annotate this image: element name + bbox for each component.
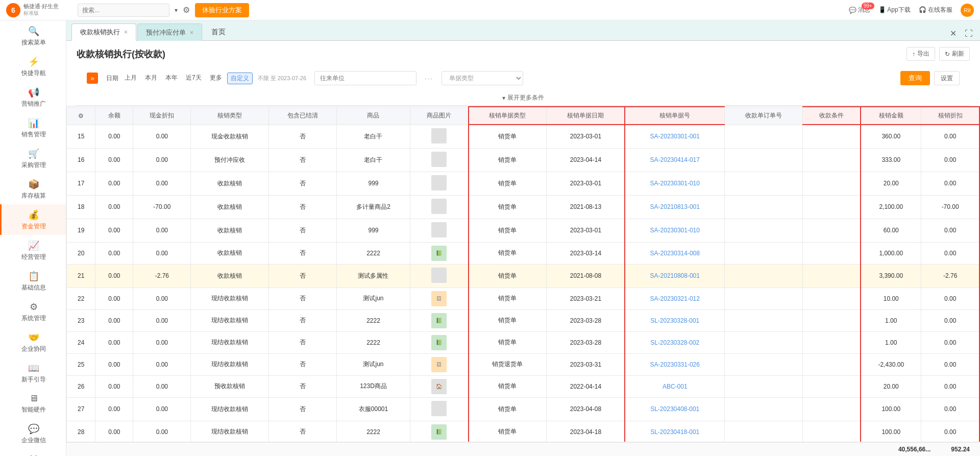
message-icon[interactable]: 💬 消息 99+ [849, 6, 870, 14]
cell-doc_verify_no[interactable]: SA-20230331-026 [625, 353, 724, 375]
cell-verify_discount: 0.00 [921, 148, 979, 172]
app-download[interactable]: 📱 App下载 [878, 6, 911, 14]
doc-no-link[interactable]: SA-20230314-008 [650, 250, 700, 257]
product-image: 🏠 [431, 379, 447, 394]
doc-type-select[interactable]: 单据类型 [442, 71, 523, 85]
industry-btn[interactable]: 休验行业方案 [195, 3, 249, 17]
close-window-btn[interactable]: ✕ [948, 27, 959, 40]
tab-label: 收款核销执行 [80, 28, 120, 37]
table-row: 150.000.00现金收款核销否老白干销货单2023-03-01SA-2023… [67, 125, 980, 148]
sidebar-item-资金管理[interactable]: 💰 资金管理 [0, 204, 66, 235]
online-service[interactable]: 🎧 在线客服 [919, 6, 952, 14]
avatar[interactable]: Rit [961, 4, 974, 17]
sidebar-item-经营管理[interactable]: 📈 经营管理 [0, 235, 66, 266]
sidebar-item-企业协同[interactable]: 🤝 企业协同 [0, 327, 66, 357]
gear-icon[interactable]: ⚙ [183, 5, 190, 15]
cell-doc_verify_no[interactable]: SL-20230408-001 [625, 397, 724, 421]
date-opt-本年[interactable]: 本年 [162, 73, 181, 84]
sidebar-item-搜索菜单[interactable]: 🔍 搜索菜单 [0, 20, 66, 51]
cell-doc_verify_date: 2021-08-13 [547, 195, 625, 219]
maximize-btn[interactable]: ⛶ [963, 27, 975, 40]
tab-close-icon[interactable]: × [124, 29, 128, 36]
refresh-btn[interactable]: ↻ 刷新 [939, 47, 970, 61]
top-bar-center: ▾ ⚙ 休验行业方案 [78, 3, 844, 17]
cell-doc_verify_no[interactable]: SL-20230328-002 [625, 331, 724, 353]
sidebar-label: 企业微信 [21, 436, 46, 445]
cell-doc_verify_no[interactable]: SA-20230414-017 [625, 148, 724, 172]
table-row: 160.000.00预付冲应收否老白干销货单2023-04-14SA-20230… [67, 148, 980, 172]
tab-bar-right: ✕ ⛶ [948, 27, 975, 40]
cell-doc_verify_no[interactable]: SA-20210808-001 [625, 264, 724, 287]
sidebar-item-库存核算[interactable]: 📦 库存核算 [0, 174, 66, 204]
sidebar-item-快捷导航[interactable]: ⚡ 快捷导航 [0, 51, 66, 82]
tab-close-icon[interactable]: × [190, 29, 193, 36]
cell-balance: 0.00 [95, 172, 133, 195]
cell-doc_verify_no[interactable]: SA-20230301-010 [625, 172, 724, 195]
cell-verify_discount: 0.00 [921, 242, 979, 264]
tab-预付冲应付单[interactable]: 预付冲应付单× [137, 23, 202, 41]
cell-product: 999 [337, 219, 410, 242]
sidebar-item-采购管理[interactable]: 🛒 采购管理 [0, 143, 66, 174]
cell-doc_verify_date: 2023-03-01 [547, 125, 625, 148]
date-opt-上月[interactable]: 上月 [121, 73, 140, 84]
doc-no-link[interactable]: SA-20210813-001 [650, 203, 700, 210]
cell-doc_verify_no[interactable]: SL-20230418-001 [625, 421, 724, 442]
doc-no-link[interactable]: SL-20230408-001 [650, 405, 699, 413]
cell-verify_discount: 0.00 [921, 172, 979, 195]
doc-no-link[interactable]: SA-20230301-010 [650, 227, 700, 234]
cell-doc_verify_no[interactable]: SA-20230314-008 [625, 242, 724, 264]
doc-no-link[interactable]: SL-20230418-001 [650, 428, 699, 436]
cell-gear: 16 [67, 148, 95, 172]
export-icon: ↑ [912, 51, 915, 58]
date-opt-更多[interactable]: 更多 [207, 73, 225, 84]
search-input[interactable] [78, 4, 169, 17]
date-opt-近7天[interactable]: 近7天 [183, 73, 205, 84]
sidebar-item-智能硬件[interactable]: 🖥 智能硬件 [0, 388, 66, 418]
doc-no-link[interactable]: ABC-001 [663, 383, 688, 390]
doc-no-link[interactable]: SL-20230328-001 [650, 317, 699, 324]
sidebar-label: 企业协同 [21, 345, 46, 353]
cell-receipt_order_no [725, 242, 803, 264]
date-opt-custom[interactable]: 自定义 [227, 73, 253, 84]
sidebar-item-畅会员[interactable]: V 畅会员 [0, 449, 66, 456]
cell-doc_verify_no[interactable]: SA-20230321-012 [625, 287, 724, 309]
doc-no-link[interactable]: SL-20230328-002 [650, 339, 699, 346]
query-btn[interactable]: 查询 [900, 71, 930, 85]
tab-首页[interactable]: 首页 [203, 23, 234, 41]
cell-doc_verify_no[interactable]: SA-20230301-010 [625, 219, 724, 242]
cell-product: 2222 [337, 421, 410, 442]
doc-no-link[interactable]: SA-20230321-012 [650, 295, 700, 302]
cell-doc_verify_no[interactable]: SA-20210813-001 [625, 195, 724, 219]
cell-receipt_condition [802, 309, 861, 331]
doc-no-link[interactable]: SA-20210808-001 [650, 272, 700, 279]
cell-gear: 19 [67, 219, 95, 242]
sidebar-item-基础信息[interactable]: 📋 基础信息 [0, 266, 66, 296]
date-opt-本月[interactable]: 本月 [142, 73, 160, 84]
chevron-down-icon[interactable]: ▾ [175, 7, 178, 14]
partner-input[interactable] [314, 71, 416, 85]
cell-receipt_order_no [725, 331, 803, 353]
expand-more-btn[interactable]: ▾ 展开更多条件 [502, 93, 544, 102]
sidebar-item-系统管理[interactable]: ⚙ 系统管理 [0, 296, 66, 327]
filter-settings-btn[interactable]: 设置 [934, 71, 960, 85]
sidebar-item-企业微信[interactable]: 💬 企业微信 [0, 418, 66, 449]
cell-receipt_condition [802, 353, 861, 375]
expand-filter-btn[interactable]: » [87, 73, 98, 84]
product-image [431, 268, 447, 283]
cell-verify_amount: 333.00 [861, 148, 921, 172]
export-btn[interactable]: ↑ 导出 [906, 47, 935, 61]
sidebar-item-销售管理[interactable]: 📊 销售管理 [0, 112, 66, 143]
doc-no-link[interactable]: SA-20230414-017 [650, 156, 700, 163]
doc-no-link[interactable]: SA-20230331-026 [650, 361, 700, 368]
cell-verify_type: 收款核销 [191, 242, 269, 264]
cell-receipt_order_no [725, 172, 803, 195]
cell-doc_verify_no[interactable]: ABC-001 [625, 375, 724, 397]
doc-no-link[interactable]: SA-20230301-001 [650, 133, 700, 140]
cell-receipt_condition [802, 397, 861, 421]
cell-doc_verify_no[interactable]: SL-20230328-001 [625, 309, 724, 331]
doc-no-link[interactable]: SA-20230301-010 [650, 180, 700, 187]
sidebar-item-新手引导[interactable]: 📖 新手引导 [0, 357, 66, 388]
cell-doc_verify_no[interactable]: SA-20230301-001 [625, 125, 724, 148]
tab-收款核销执行[interactable]: 收款核销执行× [71, 23, 136, 41]
sidebar-item-营销推广[interactable]: 📢 营销推广 [0, 82, 66, 112]
